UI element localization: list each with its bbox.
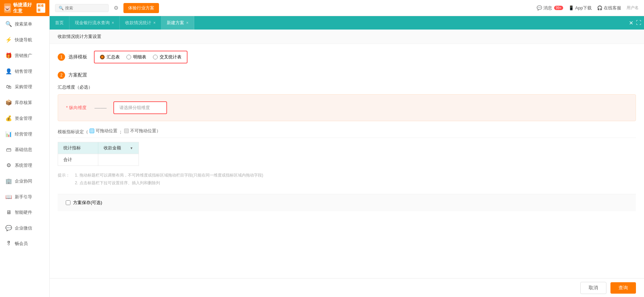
search-input[interactable] bbox=[65, 6, 105, 10]
indicator-title: 模板指标设定（ 可拖动位置 ； 不可拖动位置） bbox=[58, 128, 161, 135]
cancel-button[interactable]: 取消 bbox=[580, 282, 606, 294]
dimension-area: * 纵向维度 —— 请选择分组维度 bbox=[58, 94, 636, 121]
header-right: 💬 消息 99+ 📱 App下载 🎧 在线客服 用户名 bbox=[537, 5, 639, 11]
sidebar-item-marketing[interactable]: 🎁 营销推广 bbox=[0, 48, 49, 63]
step2-num: 2 bbox=[58, 71, 65, 79]
tip-prefix: 提示： bbox=[58, 173, 74, 178]
tab-home[interactable]: 首页 bbox=[50, 16, 69, 30]
stat-col-collect-amount[interactable]: 收款金额 ▼ bbox=[98, 142, 139, 154]
sidebar-item-ops[interactable]: 📊 经营管理 bbox=[0, 126, 49, 142]
template-select-area: 汇总表 明细表 交叉统计表 bbox=[94, 51, 187, 63]
sidebar-item-label: 搜索菜单 bbox=[15, 21, 32, 27]
radio-detail[interactable]: 明细表 bbox=[126, 54, 146, 60]
step2-label: 方案配置 bbox=[68, 72, 87, 78]
sidebar-item-label: 畅会员 bbox=[15, 241, 28, 247]
save-plan-input[interactable] bbox=[66, 200, 70, 205]
download-button[interactable]: 📱 App下载 bbox=[569, 5, 592, 11]
sidebar-item-member[interactable]: 🎖 畅会员 bbox=[0, 236, 49, 251]
sidebar-item-basic[interactable]: 🗃 基础信息 bbox=[0, 142, 49, 157]
tab-new-plan-close-icon[interactable]: × bbox=[186, 20, 189, 25]
sidebar-item-label: 资金管理 bbox=[15, 115, 32, 121]
step2-row: 2 方案配置 bbox=[58, 71, 636, 79]
edition-badge: 标准版 bbox=[37, 3, 45, 13]
vertical-label: * 纵向维度 bbox=[66, 105, 87, 111]
inventory-icon: 📦 bbox=[5, 99, 12, 106]
dimension-select[interactable]: 请选择分组维度 bbox=[113, 101, 167, 114]
sidebar-item-inventory[interactable]: 📦 库存核算 bbox=[0, 95, 49, 110]
radio-cross[interactable]: 交叉统计表 bbox=[153, 54, 181, 60]
stat-cell-total: 合计 bbox=[58, 154, 98, 165]
content-area: 收款情况统计方案设置 1 选择模板 汇总表 bbox=[50, 30, 644, 297]
service-button[interactable]: 🎧 在线客服 bbox=[597, 5, 621, 11]
radio-summary-input[interactable] bbox=[100, 55, 105, 59]
radio-cross-input[interactable] bbox=[153, 55, 158, 59]
sidebar-item-label: 基础信息 bbox=[15, 147, 32, 153]
sales-icon: 👤 bbox=[5, 68, 12, 75]
tip-spacer bbox=[58, 181, 74, 185]
download-icon: 📱 bbox=[569, 5, 574, 10]
tabs-bar-actions: ✕ ⛶ bbox=[626, 16, 644, 30]
marketing-icon: 🎁 bbox=[5, 52, 12, 59]
message-label: 消息 bbox=[543, 5, 552, 11]
tip-item-1: 提示： 1. 拖动标题栏可以调整布局，不可跨维度或指标区域拖动栏目字段(只能在同… bbox=[58, 172, 636, 178]
radio-summary-label: 汇总表 bbox=[107, 54, 120, 60]
sidebar-item-label: 库存核算 bbox=[15, 100, 32, 106]
query-button[interactable]: 查询 bbox=[610, 282, 636, 294]
sidebar-item-quick-nav[interactable]: ⚡ 快捷导航 bbox=[0, 32, 49, 48]
header-search[interactable]: 🔍 bbox=[55, 4, 109, 12]
sidebar-item-label: 营销推广 bbox=[15, 53, 32, 59]
dimension-title: 汇总维度（必选） bbox=[58, 84, 636, 90]
tab-expand-icon[interactable]: ⛶ bbox=[636, 20, 641, 26]
corp-icon: 🏢 bbox=[5, 178, 12, 184]
save-plan-checkbox[interactable]: 方案保存(可选) bbox=[66, 200, 628, 206]
radio-summary[interactable]: 汇总表 bbox=[100, 54, 120, 60]
form-section: 1 选择模板 汇总表 明细表 bbox=[50, 44, 644, 218]
dimension-row: * 纵向维度 —— 请选择分组维度 bbox=[66, 101, 628, 114]
radio-detail-input[interactable] bbox=[126, 55, 131, 59]
stat-label: 统计指标 bbox=[63, 145, 81, 151]
sidebar-item-finance[interactable]: 💰 资金管理 bbox=[0, 110, 49, 126]
tab-new-plan[interactable]: 新建方案 × bbox=[161, 16, 194, 30]
sidebar-item-label: 系统管理 bbox=[15, 162, 32, 168]
legend-separator: ； bbox=[118, 129, 123, 134]
sidebar-item-label: 快捷导航 bbox=[15, 37, 32, 43]
industry-plan-button[interactable]: 体验行业方案 bbox=[123, 3, 159, 13]
stat-label-header: 统计指标 bbox=[58, 142, 98, 154]
arrow: —— bbox=[95, 104, 107, 111]
tab-collect-stat-label: 收款情况统计 bbox=[125, 20, 151, 26]
logo-icon: 🐷 bbox=[4, 3, 11, 13]
sidebar-item-sales[interactable]: 👤 销售管理 bbox=[0, 63, 49, 79]
message-button[interactable]: 💬 消息 99+ bbox=[537, 5, 563, 11]
search-menu-icon: 🔍 bbox=[5, 21, 12, 27]
search-icon: 🔍 bbox=[59, 6, 64, 10]
service-label: 在线客服 bbox=[604, 5, 621, 11]
message-icon: 💬 bbox=[537, 5, 542, 10]
settings-icon[interactable]: ⚙ bbox=[111, 3, 121, 13]
tab-collect-stat[interactable]: 收款情况统计 × bbox=[120, 16, 161, 30]
sidebar-item-system[interactable]: ⚙ 系统管理 bbox=[0, 157, 49, 173]
tab-bank-flow-close-icon[interactable]: × bbox=[112, 20, 114, 25]
basic-icon: 🗃 bbox=[5, 147, 12, 153]
tip-text-2: 2. 点击标题栏下拉可设置排序、插入列和删除列 bbox=[75, 181, 160, 185]
sidebar-item-label: 企业微信 bbox=[15, 225, 32, 231]
radio-detail-label: 明细表 bbox=[133, 54, 146, 60]
sidebar-item-search-menu[interactable]: 🔍 搜索菜单 bbox=[0, 16, 49, 32]
tab-collect-stat-close-icon[interactable]: × bbox=[153, 20, 156, 25]
collect-amount-chevron-icon[interactable]: ▼ bbox=[130, 146, 133, 150]
total-label: 合计 bbox=[63, 157, 72, 162]
sidebar-item-guide[interactable]: 📖 新手引导 bbox=[0, 189, 49, 205]
sidebar-item-wechat[interactable]: 💬 企业微信 bbox=[0, 220, 49, 236]
save-plan-label: 方案保存(可选) bbox=[73, 200, 102, 206]
tab-close-all-icon[interactable]: ✕ bbox=[629, 20, 633, 26]
main-content: 收款情况统计方案设置 1 选择模板 汇总表 bbox=[50, 30, 644, 297]
sidebar-item-label: 新手引导 bbox=[15, 194, 32, 200]
sidebar-item-corp[interactable]: 🏢 企业协同 bbox=[0, 173, 49, 189]
sidebar-item-purchase[interactable]: 🛍 采购管理 bbox=[0, 79, 49, 95]
legend-movable-box bbox=[90, 129, 94, 133]
quick-nav-icon: ⚡ bbox=[5, 37, 12, 43]
tab-bank-flow[interactable]: 现金银行流水查询 × bbox=[69, 16, 120, 30]
tabs-bar: 首页 现金银行流水查询 × 收款情况统计 × 新建方案 × ✕ ⛶ bbox=[50, 16, 644, 30]
sidebar: 🐷 畅捷通好生意 标准版 🔍 搜索菜单 ⚡ 快捷导航 🎁 营销推广 👤 销售管理… bbox=[0, 0, 50, 297]
header: 🔍 ⚙ 体验行业方案 💬 消息 99+ 📱 App下载 🎧 在线客服 用户名 bbox=[50, 0, 644, 16]
sidebar-item-hardware[interactable]: 🖥 智能硬件 bbox=[0, 205, 49, 220]
